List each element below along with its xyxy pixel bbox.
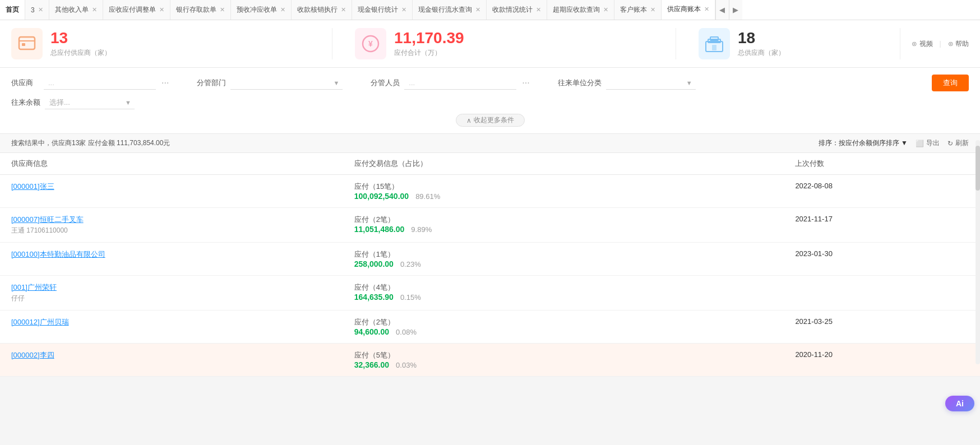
supplier-info-cell: [000007]恒旺二手叉车王通 17106110000 (0, 208, 343, 243)
balance-select[interactable]: 选择... (45, 96, 135, 109)
close-icon[interactable]: ✕ (220, 6, 225, 13)
nav-tab-home[interactable]: 首页 (0, 0, 25, 20)
help-link[interactable]: ⊙ 帮助 (948, 39, 969, 49)
result-bar: 搜索结果中，供应商13家 应付金额 111,703,854.00元 排序：按应付… (0, 134, 980, 153)
top-right-links: ⊙ 视频 | ⊙ 帮助 (900, 39, 969, 49)
last-pay-date: 2023-01-30 (795, 249, 833, 258)
close-icon[interactable]: ✕ (92, 6, 97, 13)
supplier-sub-info: 仔仔 (11, 294, 332, 303)
filter-balance: 往来余额 选择... ▼ (11, 96, 135, 109)
close-icon[interactable]: ✕ (650, 6, 655, 13)
nav-tab-adj[interactable]: 应收应付调整单 ✕ (103, 0, 170, 20)
supplier-link[interactable]: [000001]张三 (11, 182, 54, 191)
supplier-link[interactable]: [000007]恒旺二手叉车 (11, 215, 84, 224)
balance-select-wrap: 选择... ▼ (45, 96, 135, 109)
tx-count: （4笔） (369, 283, 395, 291)
supplier-link[interactable]: [000002]李四 (11, 351, 54, 359)
tx-line2: 32,366.000.03% (354, 360, 773, 369)
chevron-up-icon: ∧ (466, 117, 471, 124)
last-pay-cell: 2022-08-08 (784, 175, 980, 208)
nav-tab-collection[interactable]: 收款核销执行 ✕ (292, 0, 352, 20)
col-supplier-info: 供应商信息 (0, 153, 343, 175)
filter-area: 供应商 ··· 分管部门 ▼ 分管人员 ··· 往来单位分类 (0, 68, 980, 134)
tx-line1: 应付（5笔） (354, 350, 773, 360)
dept-select-wrap: ▼ (230, 76, 343, 90)
nav-tab-overdue[interactable]: 超期应收款查询 ✕ (547, 0, 614, 20)
person-input[interactable] (404, 76, 516, 90)
table-row: [000001]张三应付（15笔）100,092,540.0089.61%202… (0, 175, 980, 208)
nav-tab-cash-flow[interactable]: 现金银行流水查询 ✕ (413, 0, 487, 20)
supplier-link[interactable]: [000100]本特勤油品有限公司 (11, 250, 105, 258)
total-suppliers-icon (699, 28, 730, 59)
tx-pct: 0.15% (400, 293, 421, 302)
total-payable-icon: ¥ (355, 28, 386, 59)
scrollbar-track[interactable] (976, 140, 980, 364)
video-link[interactable]: ⊙ 视频 (912, 39, 932, 49)
table-row: [000007]恒旺二手叉车王通 17106110000应付（2笔）11,051… (0, 208, 980, 243)
collapse-button[interactable]: ∧ 收起更多条件 (456, 114, 525, 127)
tx-type-label: 应付 (354, 318, 369, 326)
close-icon[interactable]: ✕ (38, 6, 43, 13)
search-button[interactable]: 查询 (932, 75, 969, 91)
total-payable-num: 11,170.39 (394, 30, 464, 47)
tx-pct: 0.23% (400, 260, 421, 268)
tx-line1: 应付（4笔） (354, 282, 773, 293)
filter-row-1: 供应商 ··· 分管部门 ▼ 分管人员 ··· 往来单位分类 (11, 75, 969, 91)
tx-info-cell: 应付（4笔）164,635.900.15% (343, 276, 784, 310)
nav-tab-num[interactable]: 3 ✕ (25, 0, 49, 20)
table-row: [000002]李四应付（5笔）32,366.000.03%2020-11-20 (0, 344, 980, 377)
tx-line1: 应付（1笔） (354, 249, 773, 259)
nav-right-arrow[interactable]: ▶ (729, 0, 742, 20)
nav-tab-other-income[interactable]: 其他收入单 ✕ (49, 0, 103, 20)
tx-count: （2笔） (369, 318, 395, 326)
tx-info-cell: 应付（1笔）258,000.000.23% (343, 243, 784, 276)
category-select[interactable] (606, 76, 696, 90)
nav-tab-bank[interactable]: 银行存取款单 ✕ (170, 0, 231, 20)
person-dots-icon[interactable]: ··· (522, 78, 529, 87)
dept-select[interactable] (230, 76, 343, 90)
dept-label: 分管部门 (197, 78, 226, 88)
summary-text-total: 11,170.39 应付合计（万） (394, 30, 464, 58)
payable-suppliers-label: 总应付供应商（家） (50, 48, 111, 58)
last-pay-cell: 2020-11-20 (784, 344, 980, 377)
close-icon[interactable]: ✕ (159, 6, 164, 13)
close-icon[interactable]: ✕ (603, 6, 608, 13)
nav-tab-prepay[interactable]: 预收冲应收单 ✕ (231, 0, 292, 20)
sort-label[interactable]: 排序：按应付余额倒序排序 ▼ (819, 138, 908, 148)
last-pay-cell: 2021-11-17 (784, 208, 980, 243)
refresh-button[interactable]: ↻ 刷新 (947, 138, 969, 148)
nav-tab-cash-stat[interactable]: 现金银行统计 ✕ (352, 0, 413, 20)
col-tx-info: 应付交易信息（占比） (343, 153, 784, 175)
nav-left-arrow[interactable]: ◀ (715, 0, 729, 20)
tx-type-label: 应付 (354, 250, 369, 258)
tx-info-cell: 应付（2笔）94,600.000.08% (343, 310, 784, 344)
supplier-input[interactable] (44, 76, 156, 90)
nav-tab-supplier-book[interactable]: 供应商账本 ✕ (662, 0, 715, 20)
close-icon[interactable]: ✕ (536, 6, 541, 13)
tx-line2: 94,600.000.08% (354, 327, 773, 336)
tx-count: （15笔） (369, 182, 399, 191)
close-icon[interactable]: ✕ (704, 6, 709, 13)
close-icon[interactable]: ✕ (401, 6, 406, 13)
close-icon[interactable]: ✕ (280, 6, 285, 13)
scrollbar-thumb[interactable] (976, 146, 980, 191)
nav-tab-collection-stat[interactable]: 收款情况统计 ✕ (487, 0, 547, 20)
table-row: [001]广州荣轩仔仔应付（4笔）164,635.900.15% (0, 276, 980, 310)
tx-line1: 应付（15笔） (354, 182, 773, 192)
filter-person: 分管人员 ··· (371, 76, 529, 90)
supplier-link[interactable]: [000012]广州贝瑞 (11, 318, 69, 326)
supplier-link[interactable]: [001]广州荣轩 (11, 283, 57, 291)
export-button[interactable]: ⬜ 导出 (916, 138, 940, 148)
tx-amount: 164,635.90 (354, 293, 394, 302)
supplier-info-cell: [000001]张三 (0, 175, 343, 208)
tx-count: （2笔） (369, 215, 395, 224)
supplier-dots-icon[interactable]: ··· (161, 78, 169, 87)
tx-pct: 89.61% (415, 192, 440, 201)
nav-tab-customer-book[interactable]: 客户账本 ✕ (614, 0, 662, 20)
chevron-down-sort-icon: ▼ (901, 139, 908, 147)
tx-amount: 32,366.00 (354, 360, 389, 369)
supplier-info-cell: [000002]李四 (0, 344, 343, 377)
supplier-sub-info: 王通 17106110000 (11, 226, 332, 235)
close-icon[interactable]: ✕ (475, 6, 480, 13)
close-icon[interactable]: ✕ (341, 6, 346, 13)
